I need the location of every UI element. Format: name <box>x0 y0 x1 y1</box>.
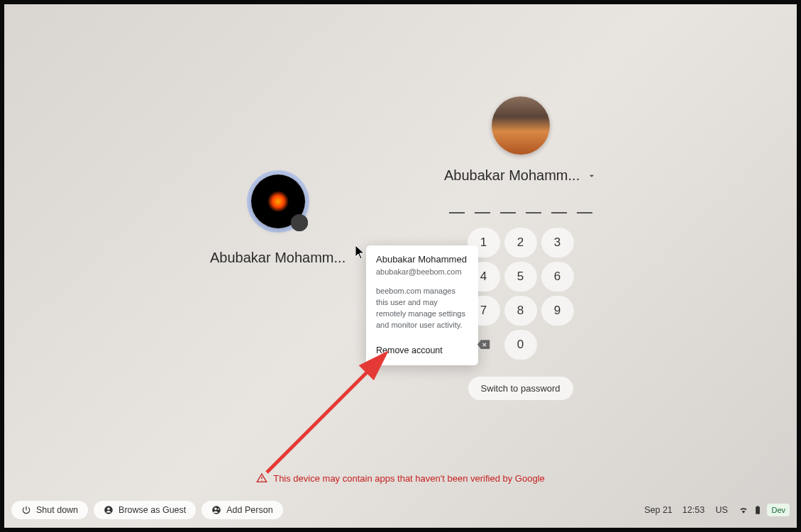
enterprise-badge-icon <box>291 214 308 231</box>
keypad-button-2[interactable]: 2 <box>504 228 537 257</box>
right-user-name-label: Abubakar Mohamm... <box>444 167 580 184</box>
warning-triangle-icon <box>256 472 267 484</box>
verification-warning: This device may contain apps that haven'… <box>4 472 797 484</box>
backspace-icon <box>477 338 490 351</box>
keypad-button-6[interactable]: 6 <box>541 262 574 292</box>
keypad-button-9[interactable]: 9 <box>541 296 574 326</box>
left-user-name-label: Abubakar Mohamm... <box>210 250 346 266</box>
warning-text: This device may contain apps that haven'… <box>273 473 545 484</box>
svg-point-3 <box>262 480 263 481</box>
svg-point-5 <box>107 508 110 511</box>
keypad-button-0[interactable]: 0 <box>504 330 537 360</box>
keypad-button-1[interactable]: 1 <box>468 228 500 257</box>
add-person-icon <box>211 505 221 515</box>
svg-line-1 <box>267 355 384 472</box>
user-name-dropdown-toggle[interactable]: Abubakar Mohamm... <box>444 167 597 184</box>
wifi-icon <box>739 505 748 515</box>
pin-entry-display <box>449 212 592 214</box>
add-person-button[interactable]: Add Person <box>201 501 282 519</box>
browse-as-guest-button[interactable]: Browse as Guest <box>94 501 196 519</box>
keypad-button-5[interactable]: 5 <box>504 262 537 292</box>
power-icon <box>21 505 31 515</box>
keypad-button-8[interactable]: 8 <box>504 296 537 326</box>
mouse-cursor-icon <box>355 245 365 260</box>
battery-icon <box>753 505 763 515</box>
guest-icon <box>104 505 114 515</box>
left-user-tile[interactable]: Abubakar Mohamm... <box>210 174 346 266</box>
keypad-button-7[interactable]: 7 <box>468 296 500 326</box>
browse-as-guest-label: Browse as Guest <box>118 505 186 515</box>
chevron-down-icon <box>587 171 597 181</box>
switch-to-password-button[interactable]: Switch to password <box>468 377 573 400</box>
shutdown-button[interactable]: Shut down <box>11 501 88 519</box>
shutdown-label: Shut down <box>36 505 78 515</box>
pin-dash <box>551 212 567 214</box>
right-user-avatar <box>492 96 550 155</box>
bottom-bar: Shut down Browse as Guest Add Person Sep… <box>4 495 797 525</box>
status-keyboard: US <box>716 505 728 515</box>
pin-dash <box>449 212 465 214</box>
keypad-button-3[interactable]: 3 <box>541 228 574 257</box>
status-date: Sep 21 <box>644 505 673 515</box>
right-user-tile: Abubakar Mohamm... 1 2 3 4 5 6 7 8 9 0 S… <box>444 96 597 400</box>
pin-dash <box>577 212 592 214</box>
left-user-avatar <box>251 174 305 228</box>
status-tray[interactable]: Sep 21 12:53 US Dev <box>644 504 790 516</box>
dev-mode-badge: Dev <box>767 504 790 516</box>
keypad-empty-slot <box>541 330 574 360</box>
pin-dash <box>500 212 516 214</box>
pin-dash <box>526 212 541 214</box>
add-person-label: Add Person <box>226 505 272 515</box>
svg-point-7 <box>214 508 217 511</box>
keypad-backspace-button[interactable] <box>468 330 500 360</box>
status-time: 12:53 <box>683 505 705 515</box>
keypad-button-4[interactable]: 4 <box>468 262 500 292</box>
pin-keypad: 1 2 3 4 5 6 7 8 9 0 <box>468 228 574 360</box>
pin-dash <box>475 212 490 214</box>
